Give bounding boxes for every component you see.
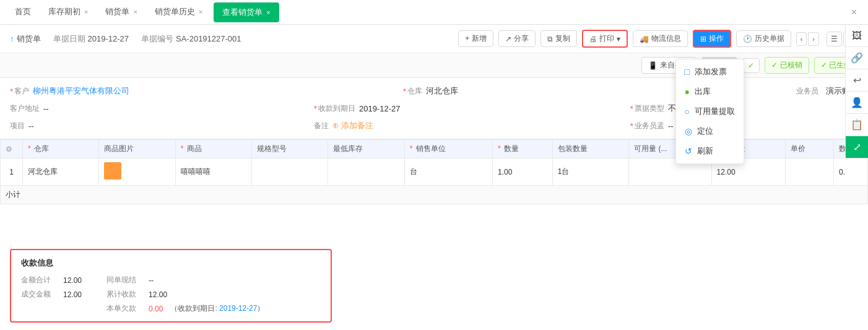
gear-icon[interactable]: ⚙ bbox=[6, 145, 12, 154]
payment-row-owed: 本单欠款 0.00 （收款到期日: 2019-12-27） bbox=[106, 303, 264, 314]
remark-add-button[interactable]: ⊕ 添加备注 bbox=[332, 120, 373, 131]
right-panel-link-icon[interactable]: 🔗 bbox=[846, 47, 868, 69]
out-stock-label: 出库 bbox=[695, 86, 711, 97]
available-label: 可用量提取 bbox=[695, 106, 735, 117]
project-value: -- bbox=[28, 121, 34, 131]
right-panel-expand-icon[interactable]: ⤢ bbox=[846, 136, 868, 158]
customer-field: * 客户 柳州粤港平安气体有限公司 bbox=[10, 85, 403, 97]
history-button-label: 历史单据 bbox=[755, 33, 784, 44]
due-date-value[interactable]: 2019-12-27 bbox=[359, 104, 401, 113]
menu-item-available[interactable]: ○ 可用量提取 bbox=[676, 102, 744, 121]
next-record-button[interactable]: › bbox=[808, 32, 819, 46]
td-spec bbox=[251, 158, 328, 186]
collected-value: 12.00 bbox=[149, 290, 167, 299]
menu-item-out-stock[interactable]: ● 出库 bbox=[676, 82, 744, 102]
warehouse-value[interactable]: 河北仓库 bbox=[426, 85, 458, 97]
print-icon: 🖨 bbox=[589, 35, 597, 43]
deal-amount-label: 成交金额 bbox=[21, 289, 58, 300]
share-icon: ↗ bbox=[505, 35, 511, 43]
locate-label: 定位 bbox=[697, 126, 713, 137]
tab-sales-order-label: 销货单 bbox=[105, 6, 129, 17]
salesperson-label: 业务员孟 bbox=[635, 121, 664, 131]
tab-bar: 首页 库存期初 × 销货单 × 销货单历史 × 查看销货单 × × bbox=[0, 0, 868, 25]
tab-bar-close-button[interactable]: × bbox=[846, 7, 862, 18]
owed-label: 本单欠款 bbox=[106, 303, 144, 314]
locate-icon: ◎ bbox=[685, 126, 692, 136]
th-warehouse: * 仓库 bbox=[23, 140, 99, 158]
owed-value: 0.00 bbox=[149, 305, 163, 313]
sold-out-status: ✓ 已核销 bbox=[765, 57, 809, 74]
tab-sales-order[interactable]: 销货单 × bbox=[97, 0, 145, 25]
plus-icon: ⊕ bbox=[332, 121, 339, 130]
effective-check-icon: ✓ bbox=[821, 61, 827, 69]
tab-view-sales[interactable]: 查看销货单 × bbox=[214, 2, 279, 22]
right-panel-user-icon[interactable]: 👤 bbox=[846, 92, 868, 114]
doc-number-label: 单据编号 bbox=[141, 33, 173, 45]
print-button[interactable]: 🖨 打印 ▾ bbox=[582, 30, 628, 48]
phone-icon: 📱 bbox=[648, 61, 658, 70]
tab-home[interactable]: 首页 bbox=[6, 0, 40, 25]
list-view-button[interactable]: ☰ bbox=[827, 32, 842, 46]
menu-item-add-invoice[interactable]: □ 添加发票 bbox=[676, 62, 744, 82]
remark-field: 备注 ⊕ 添加备注 bbox=[314, 120, 618, 131]
doc-number-group: 单据编号 SA-20191227-001 bbox=[141, 33, 241, 45]
td-index: 1 bbox=[1, 158, 23, 186]
customer-required-star: * bbox=[10, 87, 13, 96]
right-panel-clipboard-icon[interactable]: 📋 bbox=[846, 114, 868, 136]
nav-arrows: ‹ › bbox=[796, 32, 819, 46]
td-warehouse: 河北仓库 bbox=[23, 158, 99, 186]
payment-title: 收款信息 bbox=[21, 258, 321, 269]
ticket-required-star: * bbox=[630, 104, 633, 113]
tab-inventory-init[interactable]: 库存期初 × bbox=[40, 0, 97, 25]
right-panel-return-icon[interactable]: ↩ bbox=[846, 69, 868, 92]
payment-info: 收款信息 金额合计 12.00 成交金额 12.00 bbox=[10, 249, 332, 323]
history-button[interactable]: 🕐 历史单据 bbox=[736, 30, 791, 47]
customer-label: 客户 bbox=[14, 86, 29, 97]
logistics-button[interactable]: 🚚 物流信息 bbox=[633, 30, 688, 47]
deal-amount-value: 12.00 bbox=[63, 290, 82, 299]
prev-record-button[interactable]: ‹ bbox=[796, 32, 807, 46]
bottom-section: 收款信息 金额合计 12.00 成交金额 12.00 bbox=[0, 241, 868, 330]
share-button[interactable]: ↗ 分享 bbox=[498, 30, 536, 47]
project-label: 项目 bbox=[10, 121, 25, 131]
history-icon: 🕐 bbox=[743, 35, 752, 43]
tab-sales-history-close[interactable]: × bbox=[199, 8, 202, 15]
copy-button[interactable]: ⧉ 复制 bbox=[540, 30, 577, 47]
operations-button[interactable]: ⊞ 操作 bbox=[693, 30, 731, 48]
tab-view-sales-close[interactable]: × bbox=[266, 9, 270, 16]
product-image bbox=[104, 162, 121, 180]
td-min-stock bbox=[328, 158, 404, 186]
td-product-img bbox=[99, 158, 175, 186]
td-quantity: 1.00 bbox=[492, 158, 552, 186]
settle-label: 同单现结 bbox=[106, 275, 144, 285]
tab-inventory-init-close[interactable]: × bbox=[84, 8, 88, 15]
salesperson-value: -- bbox=[668, 121, 674, 131]
td-subtotal: 小计 bbox=[1, 186, 868, 204]
menu-item-locate[interactable]: ◎ 定位 bbox=[676, 121, 744, 141]
subtotal-row: 小计 bbox=[1, 186, 868, 204]
tab-sales-history[interactable]: 销货单历史 × bbox=[146, 0, 211, 25]
due-date-required-star: * bbox=[314, 104, 317, 113]
customer-value[interactable]: 柳州粤港平安气体有限公司 bbox=[33, 85, 129, 97]
menu-item-refresh[interactable]: ↺ 刷新 bbox=[676, 141, 744, 161]
td-amount: 0. bbox=[833, 158, 867, 186]
td-unit: 台 bbox=[404, 158, 492, 186]
ticket-label: 票据类型 bbox=[635, 103, 664, 114]
payment-row-settle: 同单现结 -- bbox=[106, 275, 264, 285]
print-dropdown-arrow: ▾ bbox=[617, 35, 620, 43]
td-price bbox=[786, 158, 834, 186]
right-panel-image-icon[interactable]: 🖼 bbox=[846, 25, 868, 47]
copy-icon: ⧉ bbox=[547, 35, 553, 43]
th-min-stock: 最低库存 bbox=[328, 140, 404, 158]
out-stock-icon: ● bbox=[685, 87, 690, 97]
tab-sales-order-close[interactable]: × bbox=[133, 8, 137, 15]
doc-type: ↑ 销货单 bbox=[10, 33, 41, 45]
project-field: 项目 -- bbox=[10, 121, 314, 131]
new-button-label: + 新增 bbox=[465, 33, 486, 44]
th-product: * 商品 bbox=[175, 140, 251, 158]
doc-date-value: 2019-12-27 bbox=[88, 34, 129, 43]
warehouse-required-star: * bbox=[403, 87, 406, 96]
complete-check-button[interactable]: ✓ bbox=[742, 58, 760, 73]
payment-col-left: 金额合计 12.00 成交金额 12.00 bbox=[21, 275, 82, 314]
new-button[interactable]: + 新增 bbox=[458, 30, 493, 47]
